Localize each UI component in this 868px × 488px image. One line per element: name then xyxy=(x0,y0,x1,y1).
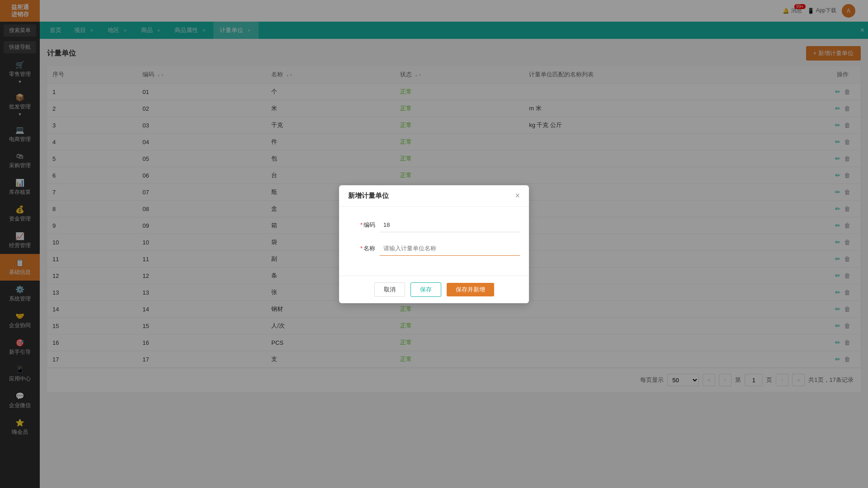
modal-body: *编码 *名称 xyxy=(339,207,529,276)
code-input[interactable] xyxy=(380,218,520,232)
required-marker: * xyxy=(360,221,363,228)
name-form-row: *名称 xyxy=(348,241,520,256)
add-unit-modal: 新增计量单位 × *编码 *名称 取消 保存 保存并新增 xyxy=(339,185,529,303)
modal-title: 新增计量单位 xyxy=(348,192,389,200)
name-label: *名称 xyxy=(348,244,375,253)
modal-overlay[interactable]: 新增计量单位 × *编码 *名称 取消 保存 保存并新增 xyxy=(0,0,868,488)
save-and-new-button[interactable]: 保存并新增 xyxy=(447,283,494,296)
code-form-row: *编码 xyxy=(348,218,520,232)
save-button[interactable]: 保存 xyxy=(410,282,441,297)
modal-close-button[interactable]: × xyxy=(515,192,520,200)
modal-header: 新增计量单位 × xyxy=(339,185,529,207)
modal-footer: 取消 保存 保存并新增 xyxy=(339,276,529,303)
required-marker-2: * xyxy=(360,245,363,252)
cancel-button[interactable]: 取消 xyxy=(374,282,405,297)
code-label: *编码 xyxy=(348,221,375,229)
name-input[interactable] xyxy=(380,241,520,256)
